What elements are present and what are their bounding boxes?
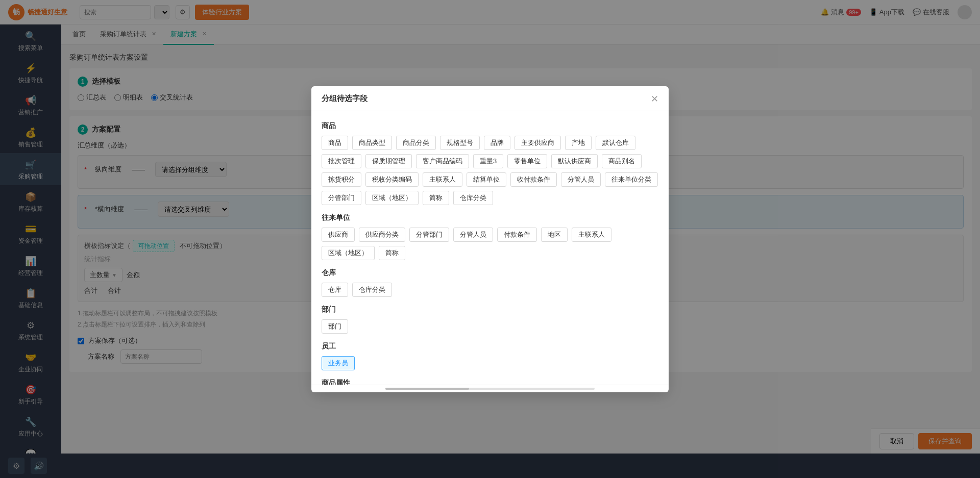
chip-origin[interactable]: 产地: [565, 136, 592, 150]
chip-batch-manage[interactable]: 批次管理: [322, 154, 361, 168]
modal-title: 分组待选字段: [322, 94, 368, 104]
chip-short2[interactable]: 简称: [379, 246, 405, 260]
product-chips: 商品 商品类型 商品分类 规格型号 品牌 主要供应商 产地 默认仓库 批次管理 …: [322, 136, 658, 205]
chip-payment-cond[interactable]: 付款条件: [497, 228, 537, 242]
chip-main-supplier[interactable]: 主要供应商: [514, 136, 561, 150]
chip-product-category[interactable]: 商品分类: [396, 136, 436, 150]
department-chips: 部门: [322, 319, 658, 334]
section-title-counterparty: 往来单位: [322, 213, 658, 222]
modal-header: 分组待选字段 ✕: [311, 86, 669, 111]
chip-product-alias[interactable]: 商品别名: [602, 154, 642, 168]
chip-product[interactable]: 商品: [322, 136, 348, 150]
chip-wh-category[interactable]: 仓库分类: [352, 283, 392, 297]
chip-supplier-category[interactable]: 供应商分类: [359, 228, 405, 242]
chip-quality-manage[interactable]: 保质期管理: [365, 154, 412, 168]
chip-dept2[interactable]: 分管部门: [409, 228, 449, 242]
chip-tax-category[interactable]: 税收分类编码: [365, 172, 419, 187]
chip-warehouse[interactable]: 仓库: [322, 283, 348, 297]
chip-default-warehouse[interactable]: 默认仓库: [596, 136, 635, 150]
modal-scroll-x: [311, 385, 669, 392]
chip-salesperson[interactable]: 业务员: [322, 356, 355, 370]
staff-chips: 业务员: [322, 356, 658, 370]
chip-retail-unit[interactable]: 零售单位: [507, 154, 547, 168]
chip-brand[interactable]: 品牌: [484, 136, 510, 150]
section-title-warehouse: 仓库: [322, 268, 658, 278]
modal-overlay: 分组待选字段 ✕ 商品 商品 商品类型 商品分类 规格型号 品牌 主要供应商 产…: [0, 0, 980, 478]
chip-dept[interactable]: 部门: [322, 319, 348, 334]
chip-weight3[interactable]: 重量3: [473, 154, 503, 168]
chip-from-unit-category[interactable]: 往来单位分类: [605, 172, 658, 187]
section-title-product: 商品: [322, 121, 658, 131]
warehouse-chips: 仓库 仓库分类: [322, 283, 658, 297]
section-title-staff: 员工: [322, 342, 658, 351]
chip-manager[interactable]: 分管人员: [561, 172, 601, 187]
chip-area2[interactable]: 区域（地区）: [322, 246, 375, 260]
chip-short-name[interactable]: 简称: [423, 191, 449, 205]
chip-supplier[interactable]: 供应商: [322, 228, 355, 242]
chip-dept-manage[interactable]: 分管部门: [322, 191, 361, 205]
chip-primary-contact[interactable]: 主联系人: [423, 172, 462, 187]
field-select-modal: 分组待选字段 ✕ 商品 商品 商品类型 商品分类 规格型号 品牌 主要供应商 产…: [311, 86, 669, 392]
chip-default-supplier[interactable]: 默认供应商: [551, 154, 598, 168]
modal-close-icon[interactable]: ✕: [651, 93, 658, 105]
chip-warehouse-category[interactable]: 仓库分类: [453, 191, 493, 205]
chip-region2[interactable]: 地区: [541, 228, 568, 242]
chip-contact2[interactable]: 主联系人: [572, 228, 611, 242]
chip-staff2[interactable]: 分管人员: [453, 228, 493, 242]
chip-spec-model[interactable]: 规格型号: [440, 136, 480, 150]
chip-customer-code[interactable]: 客户商品编码: [416, 154, 469, 168]
section-title-product-attr: 商品属性: [322, 379, 658, 385]
chip-pick-score[interactable]: 拣货积分: [322, 172, 361, 187]
modal-body: 商品 商品 商品类型 商品分类 规格型号 品牌 主要供应商 产地 默认仓库 批次…: [311, 111, 669, 385]
chip-product-type[interactable]: 商品类型: [352, 136, 392, 150]
chip-settlement-unit[interactable]: 结算单位: [467, 172, 506, 187]
counterparty-chips: 供应商 供应商分类 分管部门 分管人员 付款条件 地区 主联系人 区域（地区） …: [322, 228, 658, 260]
chip-payment-terms[interactable]: 收付款条件: [510, 172, 557, 187]
chip-region-area[interactable]: 区域（地区）: [365, 191, 419, 205]
section-title-department: 部门: [322, 305, 658, 314]
